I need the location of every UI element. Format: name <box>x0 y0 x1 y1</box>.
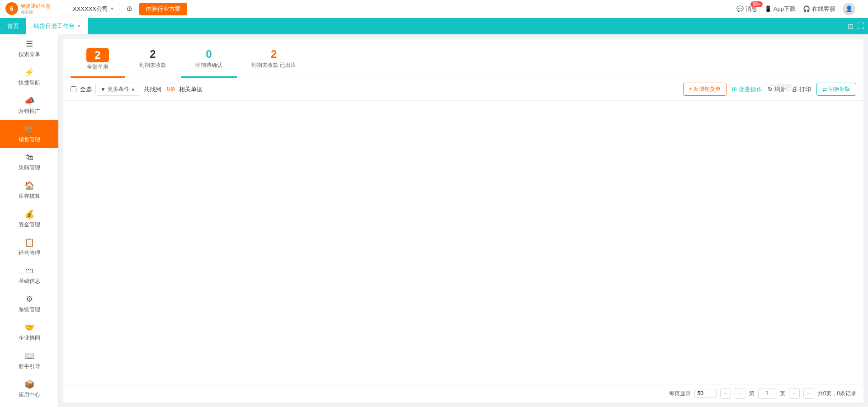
sidebar-item-label-quicknav: 快捷导航 <box>19 79 40 87</box>
per-page-label: 每页显示 <box>669 390 691 398</box>
sidebar-item-inventory[interactable]: 🏠 库存核算 <box>0 176 58 205</box>
logo-area: 6 畅捷通好生意 标准版 <box>5 2 64 15</box>
enterprise-icon: 🤝 <box>24 323 34 332</box>
page-prefix-label: 第 <box>749 390 755 398</box>
sidebar-item-sales[interactable]: 🛒 销售管理 <box>0 120 58 148</box>
quicknav-icon: ⚡ <box>24 67 34 77</box>
sidebar-item-label-sales: 销售管理 <box>19 136 40 144</box>
tab-home[interactable]: 首页 <box>0 18 26 34</box>
refresh-button[interactable]: ↻ 刷新 <box>768 85 786 94</box>
tab-close-icon[interactable]: × <box>77 23 80 29</box>
switch-label: 切换新版 <box>829 85 850 93</box>
batch-ops-icon: ⊞ <box>732 86 737 93</box>
tab-label-all: 全部单据 <box>87 63 108 71</box>
sidebar-item-weixin[interactable]: 💬 企业微信 <box>0 403 58 407</box>
headset-icon: 🎧 <box>803 5 810 12</box>
sidebar-item-purchase[interactable]: 🛍 采购管理 <box>0 148 58 176</box>
refresh-icon: ↻ <box>768 86 773 93</box>
trial-button[interactable]: 体验行业方案 <box>139 3 187 15</box>
summary-tab-all[interactable]: 2 全部单据 <box>71 44 125 78</box>
sidebar-item-enterprise[interactable]: 🤝 企业协同 <box>0 318 58 346</box>
page-number-input[interactable] <box>758 388 776 399</box>
sidebar-item-label-apps: 应用中心 <box>19 391 40 399</box>
more-conditions-btn[interactable]: ▼ 更多条件 ∨ <box>95 83 140 96</box>
logo-name: 畅捷通好生意 <box>21 3 51 9</box>
sidebar-item-finance[interactable]: 💰 资金管理 <box>0 205 58 233</box>
summary-tab-overdue[interactable]: 2 到期未收款 <box>125 44 181 78</box>
sidebar-item-label-system: 系统管理 <box>19 306 40 313</box>
print-icon: 🖨 <box>792 86 797 93</box>
company-selector[interactable]: XXXXXX公司 ▼ <box>68 3 119 15</box>
basic-info-icon: 🗃 <box>25 266 33 276</box>
tab-count-all: 2 <box>86 48 108 62</box>
next-page-btn[interactable]: › <box>789 388 800 399</box>
last-page-btn[interactable]: » <box>803 388 814 399</box>
online-service-item[interactable]: 🎧 在线客服 <box>803 5 835 13</box>
summary-tab-overdue-shipped[interactable]: 2 到期未收款 已出库 <box>237 44 311 78</box>
summary-tabs: 2 全部单据 2 到期未收款 0 旺辅待确认 2 到期未收款 已出库 <box>63 39 863 78</box>
avatar[interactable]: 👤 <box>843 3 855 15</box>
print-button[interactable]: 🖨 打印 <box>792 85 811 94</box>
chevron-down-icon: ∨ <box>131 86 135 93</box>
sidebar-item-label-basic-info: 基础信息 <box>19 277 40 285</box>
system-icon: ⚙ <box>26 294 33 304</box>
sidebar-item-system[interactable]: ⚙ 系统管理 <box>0 290 58 318</box>
guide-icon: 📖 <box>24 351 34 361</box>
batch-ops-button[interactable]: ⊞ 批量操作 <box>732 85 762 94</box>
sidebar-item-marketing[interactable]: 📣 营销推广 <box>0 91 58 120</box>
phone-icon: 📱 <box>764 5 772 12</box>
table-area <box>63 101 863 384</box>
tab-bar-right: ⊡ ⛶ <box>848 22 868 31</box>
sidebar-item-quicknav[interactable]: ⚡ 快捷导航 <box>0 63 58 91</box>
switch-new-version-button[interactable]: ⇄ 切换新版 <box>816 83 856 96</box>
select-all-checkbox[interactable] <box>71 86 76 92</box>
inventory-icon: 🏠 <box>24 181 34 191</box>
logo-badge: 标准版 <box>21 9 51 15</box>
found-suffix: 相关单据 <box>179 85 203 94</box>
sidebar-item-guide[interactable]: 📖 新手引导 <box>0 346 58 375</box>
toolbar: 全选 ▼ 更多条件 ∨ 共找到 0条 相关单据 + 新增销货单 ⊞ 批量操作 <box>63 78 863 101</box>
tab-count-wangfu: 0 <box>206 48 212 61</box>
operation-icon: 📋 <box>24 238 34 248</box>
message-badge: 99+ <box>750 1 763 7</box>
settings-icon[interactable]: ⚙ <box>123 3 136 15</box>
sidebar-item-search[interactable]: ☰ 搜索菜单 <box>0 34 58 63</box>
prev-page-btn[interactable]: ‹ <box>735 388 745 399</box>
toolbar-right: + 新增销货单 ⊞ 批量操作 ↻ 刷新 🖨 打印 ⇄ <box>683 83 856 96</box>
summary-tab-wangfu[interactable]: 0 旺辅待确认 <box>181 44 237 78</box>
tab-label-overdue-shipped: 到期未收款 已出库 <box>251 61 296 69</box>
avatar-icon: 👤 <box>845 5 853 12</box>
found-prefix: 共找到 <box>144 85 161 94</box>
first-page-btn[interactable]: « <box>720 388 731 399</box>
app-download-label: App下载 <box>774 5 796 13</box>
sidebar-item-label-operation: 经营管理 <box>19 249 40 257</box>
active-tab-label: 钱货日清工作台 <box>33 22 75 30</box>
tab-count-overdue: 2 <box>150 48 156 61</box>
content-inner: 2 全部单据 2 到期未收款 0 旺辅待确认 2 到期未收款 已出库 <box>63 39 863 402</box>
new-sales-order-button[interactable]: + 新增销货单 <box>683 83 726 96</box>
tab-active[interactable]: 钱货日清工作台 × <box>26 18 88 34</box>
per-page-select[interactable]: 50 100 200 <box>694 389 717 398</box>
sidebar-item-basic-info[interactable]: 🗃 基础信息 <box>0 262 58 290</box>
app-download-item[interactable]: 📱 App下载 <box>764 5 796 13</box>
logo-icon: 6 <box>5 2 18 15</box>
search-menu-icon: ☰ <box>26 39 33 49</box>
sidebar-item-label-marketing: 营销推广 <box>19 108 40 115</box>
dropdown-arrow-icon: ▼ <box>110 6 114 11</box>
page-suffix-label: 页 <box>780 390 785 398</box>
batch-ops-label: 批量操作 <box>739 85 762 94</box>
message-icon: 💬 <box>736 5 744 12</box>
fullscreen-icon[interactable]: ⛶ <box>857 22 864 30</box>
pagination: 每页显示 50 100 200 « ‹ 第 页 › » 共0页，0条记录 <box>63 384 863 402</box>
purchase-icon: 🛍 <box>25 153 33 162</box>
message-item[interactable]: 💬 消息 99+ <box>736 5 757 13</box>
sidebar-item-label-guide: 新手引导 <box>19 363 40 370</box>
sidebar-item-operation[interactable]: 📋 经营管理 <box>0 233 58 262</box>
header-right: 💬 消息 99+ 📱 App下载 🎧 在线客服 👤 <box>736 3 863 15</box>
restore-icon[interactable]: ⊡ <box>848 22 854 31</box>
company-name: XXXXXX公司 <box>73 5 108 13</box>
found-count: 0条 <box>167 85 175 93</box>
sidebar-item-label-purchase: 采购管理 <box>19 164 40 172</box>
sidebar-item-apps[interactable]: 📦 应用中心 <box>0 375 58 403</box>
sales-icon: 🛒 <box>24 124 34 134</box>
